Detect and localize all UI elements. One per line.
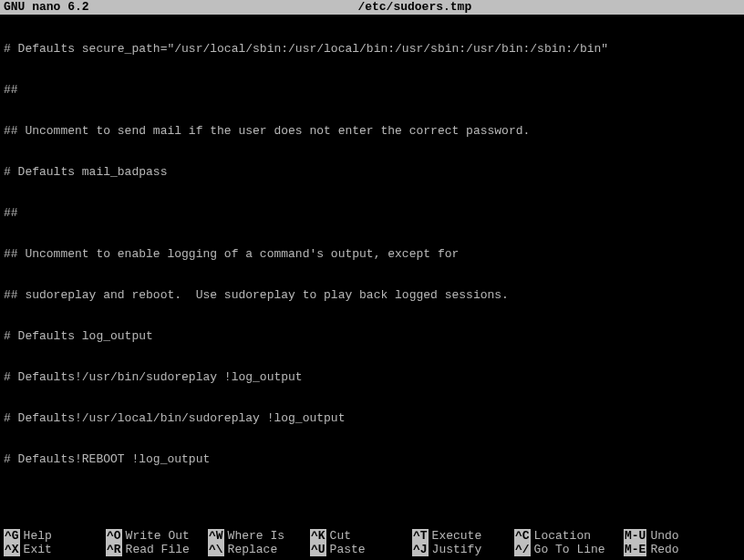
shortcut-cut[interactable]: ^KCut	[310, 529, 412, 543]
menu-row-2: ^XExit ^RRead File ^\Replace ^UPaste ^JJ…	[4, 543, 740, 556]
shortcut-paste[interactable]: ^UPaste	[310, 543, 412, 556]
shortcut-gotoline[interactable]: ^/Go To Line	[514, 543, 624, 556]
shortcut-location[interactable]: ^CLocation	[514, 529, 624, 543]
titlebar: GNU nano 6.2 /etc/sudoers.tmp	[0, 0, 744, 15]
file-line: ##	[4, 83, 740, 97]
shortcut-readfile[interactable]: ^RRead File	[106, 543, 208, 556]
shortcut-writeout[interactable]: ^OWrite Out	[106, 529, 208, 543]
shortcut-justify[interactable]: ^JJustify	[412, 543, 514, 556]
file-line: ## sudoreplay and reboot. Use sudoreplay…	[4, 288, 740, 302]
shortcut-undo[interactable]: M-UUndo	[624, 529, 697, 543]
editor-content[interactable]: # Defaults secure_path="/usr/local/sbin:…	[0, 15, 744, 560]
shortcut-replace[interactable]: ^\Replace	[208, 543, 310, 556]
file-line	[4, 493, 740, 507]
file-line: # Defaults!/usr/bin/sudoreplay !log_outp…	[4, 370, 740, 384]
file-line: ## Uncomment to enable logging of a comm…	[4, 247, 740, 261]
app-name: GNU nano 6.2	[4, 0, 89, 15]
file-line: # Defaults secure_path="/usr/local/sbin:…	[4, 42, 740, 56]
file-line: # Defaults!/usr/local/bin/sudoreplay !lo…	[4, 411, 740, 425]
file-line: # Defaults!REBOOT !log_output	[4, 452, 740, 466]
shortcut-execute[interactable]: ^TExecute	[412, 529, 514, 543]
file-line: # Defaults mail_badpass	[4, 165, 740, 179]
filename: /etc/sudoers.tmp	[89, 0, 740, 15]
shortcut-help[interactable]: ^GHelp	[4, 529, 106, 543]
file-line: ##	[4, 206, 740, 220]
shortcut-exit[interactable]: ^XExit	[4, 543, 106, 556]
shortcut-whereis[interactable]: ^WWhere Is	[208, 529, 310, 543]
file-line: # Defaults log_output	[4, 329, 740, 343]
file-line: ## Uncomment to send mail if the user do…	[4, 124, 740, 138]
menu-row-1: ^GHelp ^OWrite Out ^WWhere Is ^KCut ^TEx…	[4, 529, 740, 543]
shortcut-redo[interactable]: M-ERedo	[624, 543, 697, 556]
shortcut-menu: ^GHelp ^OWrite Out ^WWhere Is ^KCut ^TEx…	[4, 529, 740, 556]
